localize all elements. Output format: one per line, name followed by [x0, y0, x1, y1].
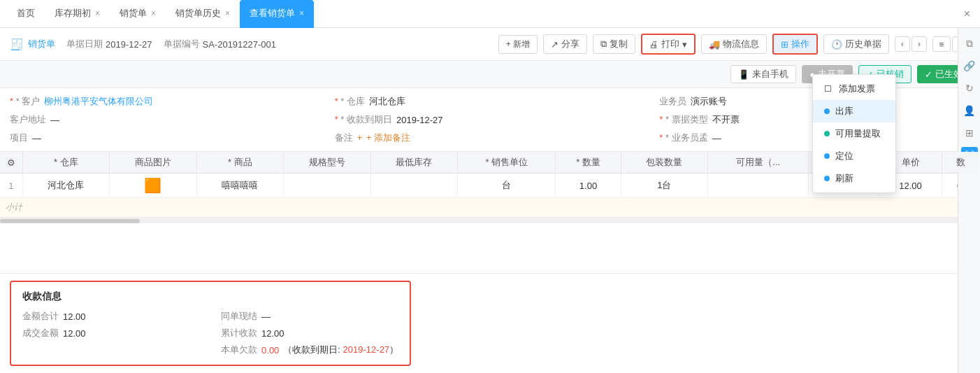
product-img-column-header: 商品图片 — [110, 152, 197, 174]
doc-meta: 单据日期 2019-12-27 单据编号 SA-20191227-001 — [66, 38, 276, 50]
row-number: 1 — [0, 174, 22, 198]
overdue-date: 2019-12-27 — [343, 344, 390, 355]
effective-icon: ✓ — [925, 69, 932, 80]
total-row: 金额合计 12.00 — [22, 310, 200, 323]
horizontal-scrollbar[interactable] — [0, 218, 980, 223]
doc-date-label: 单据日期 2019-12-27 — [66, 38, 152, 50]
warehouse-label: * 仓库 — [335, 95, 365, 108]
project-field: 项目 — — [10, 132, 321, 144]
new-button[interactable]: + 新增 — [498, 35, 538, 54]
quantity-column-header: * 数量 — [556, 152, 621, 174]
row-available — [708, 174, 809, 198]
tab-view-sales[interactable]: 查看销货单 × — [240, 0, 314, 28]
scrollbar-thumb[interactable] — [0, 219, 140, 223]
row-sales-unit: 台 — [458, 174, 556, 198]
add-remark-button[interactable]: + + 添加备注 — [357, 132, 410, 144]
tab-bar: 首页 库存期初 × 销货单 × 销货单历史 × 查看销货单 × × — [0, 0, 980, 28]
refresh-label: 刷新 — [835, 172, 853, 185]
copy-icon: ⧉ — [600, 38, 607, 50]
address-field: 客户地址 — — [10, 113, 321, 126]
salesperson-value: 演示账号 — [691, 95, 727, 108]
prev-button[interactable]: ‹ — [895, 36, 910, 52]
sidebar-copy-icon[interactable]: ⧉ — [961, 35, 978, 52]
row-min-stock — [370, 174, 458, 198]
product-column-header: * 商品 — [196, 152, 284, 174]
receipt-box: 收款信息 金额合计 12.00 同单现结 — 成交金额 12.00 累计收款 1… — [10, 281, 411, 366]
dropdown-refresh[interactable]: 刷新 — [813, 167, 895, 190]
payment-date-field: * 收款到期日 2019-12-27 — [335, 113, 646, 126]
overdue-value: 0.00 — [261, 345, 279, 356]
warehouse-column-header: * 仓库 — [22, 152, 110, 174]
share-button[interactable]: ↗ 分享 — [543, 34, 587, 54]
dropdown-out-warehouse[interactable]: 出库 — [813, 100, 895, 122]
add-invoice-label: 添加发票 — [839, 83, 875, 95]
doc-number-value: SA-20191227-001 — [203, 39, 277, 50]
row-product-img: 🟧 — [110, 174, 197, 198]
same-order-label: 同单现结 — [221, 310, 257, 323]
total-value: 12.00 — [63, 311, 86, 322]
history-button[interactable]: 🕐 历史单据 — [823, 34, 889, 54]
next-button[interactable]: › — [911, 36, 927, 52]
available-pick-label: 可用量提取 — [835, 127, 881, 140]
tab-home[interactable]: 首页 — [7, 0, 45, 28]
available-pick-dot — [824, 131, 830, 136]
subtotal-row: 小计 — [0, 198, 980, 218]
doc-title: 🧾 销货单 — [10, 38, 55, 51]
print-button[interactable]: 🖨 打印 ▾ — [641, 34, 696, 55]
from-phone-button[interactable]: 📱 来自手机 — [730, 65, 796, 83]
warehouse-field: * 仓库 河北仓库 — [335, 95, 646, 108]
tab-inventory-init[interactable]: 库存期初 × — [45, 0, 110, 28]
sidebar-table-icon[interactable]: ⊞ — [961, 125, 978, 141]
remark-label: 备注 — [335, 132, 353, 144]
tab-sales-order-close[interactable]: × — [151, 8, 156, 18]
list-view-button[interactable]: ≡ — [932, 36, 951, 52]
locate-label: 定位 — [835, 150, 853, 162]
tab-inventory-init-close[interactable]: × — [95, 8, 100, 18]
plus-icon: + — [357, 132, 363, 143]
main-content: 🧾 销货单 单据日期 2019-12-27 单据编号 SA-20191227-0… — [0, 28, 980, 373]
payment-date-value: 2019-12-27 — [396, 115, 443, 125]
tab-sales-order[interactable]: 销货单 × — [110, 0, 166, 28]
transaction-value: 12.00 — [63, 328, 86, 339]
tab-view-sales-close[interactable]: × — [299, 8, 304, 18]
cumulative-value: 12.00 — [261, 328, 284, 339]
window-close-button[interactable]: × — [964, 8, 970, 20]
dropdown-add-invoice[interactable]: ☐ 添加发票 — [813, 78, 895, 100]
operation-button[interactable]: ⊞ 操作 — [772, 34, 818, 55]
sales-unit-column-header: * 销售单位 — [458, 152, 556, 174]
payment-date-label: * 收款到期日 — [335, 113, 392, 126]
doc-title-text: 销货单 — [28, 38, 55, 50]
pack-qty-column-header: 包装数量 — [621, 152, 708, 174]
agent-value: — — [712, 133, 721, 143]
sidebar-user-icon[interactable]: 👤 — [961, 102, 978, 119]
customer-field: * 客户 柳州粤港平安气体有限公司 — [10, 95, 321, 108]
settings-column-header[interactable]: ⚙ — [0, 152, 22, 174]
row-spec — [284, 174, 371, 198]
logistics-button[interactable]: 🚚 物流信息 — [701, 34, 767, 54]
doc-number-label: 单据编号 SA-20191227-001 — [164, 38, 277, 50]
print-dropdown-arrow: ▾ — [682, 39, 687, 50]
same-order-row: 同单现结 — — [221, 310, 398, 323]
history-icon: 🕐 — [831, 39, 842, 50]
locate-dot — [824, 153, 830, 159]
tab-sales-history-close[interactable]: × — [225, 8, 230, 18]
ticket-type-value: 不开票 — [712, 113, 740, 126]
dropdown-locate[interactable]: 定位 — [813, 145, 895, 167]
sidebar-link-icon[interactable]: 🔗 — [961, 57, 978, 74]
receipt-grid: 金额合计 12.00 同单现结 — 成交金额 12.00 累计收款 12.00 — [22, 310, 398, 356]
salesperson-label: 业务员 — [659, 95, 686, 108]
customer-value[interactable]: 柳州粤港平安气体有限公司 — [44, 95, 153, 108]
cumulative-row: 累计收款 12.00 — [221, 327, 398, 339]
doc-date-value: 2019-12-27 — [106, 39, 152, 50]
min-stock-column-header: 最低库存 — [370, 152, 458, 174]
address-label: 客户地址 — [10, 113, 46, 126]
row-warehouse: 河北仓库 — [22, 174, 110, 198]
tab-sales-history[interactable]: 销货单历史 × — [166, 0, 240, 28]
logistics-icon: 🚚 — [709, 39, 720, 50]
share-icon: ↗ — [551, 39, 559, 50]
copy-button[interactable]: ⧉ 复制 — [593, 34, 635, 54]
project-value: — — [32, 133, 41, 143]
sidebar-rotate-icon[interactable]: ↻ — [961, 80, 978, 97]
dropdown-available-pick[interactable]: 可用量提取 — [813, 122, 895, 145]
print-icon: 🖨 — [649, 39, 658, 50]
